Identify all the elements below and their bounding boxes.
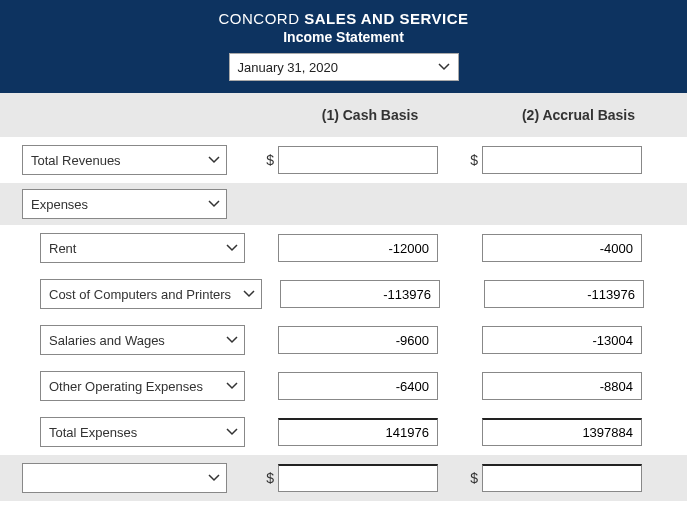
currency-symbol: $ bbox=[464, 152, 482, 168]
row-final: $ $ bbox=[0, 455, 687, 501]
input-other-cash[interactable] bbox=[278, 372, 438, 400]
input-total-expenses-accrual[interactable] bbox=[482, 418, 642, 446]
input-total-revenues-cash[interactable] bbox=[278, 146, 438, 174]
row-computers: Cost of Computers and Printers bbox=[0, 271, 687, 317]
row-salaries: Salaries and Wages bbox=[0, 317, 687, 363]
select-total-revenues[interactable]: Total Revenues bbox=[22, 145, 227, 175]
company-name: CONCORD SALES AND SERVICE bbox=[0, 10, 687, 27]
select-label: Other Operating Expenses bbox=[49, 379, 203, 394]
chevron-down-icon bbox=[438, 61, 450, 73]
select-label: Cost of Computers and Printers bbox=[49, 287, 231, 302]
row-rent: Rent bbox=[0, 225, 687, 271]
row-total-revenues: Total Revenues $ $ bbox=[0, 137, 687, 183]
select-other-expenses[interactable]: Other Operating Expenses bbox=[40, 371, 245, 401]
select-expenses[interactable]: Expenses bbox=[22, 189, 227, 219]
select-salaries[interactable]: Salaries and Wages bbox=[40, 325, 245, 355]
input-final-cash[interactable] bbox=[278, 464, 438, 492]
select-rent[interactable]: Rent bbox=[40, 233, 245, 263]
company-name-prefix: CONCORD bbox=[218, 10, 304, 27]
select-computers[interactable]: Cost of Computers and Printers bbox=[40, 279, 262, 309]
input-final-accrual[interactable] bbox=[482, 464, 642, 492]
input-salaries-accrual[interactable] bbox=[482, 326, 642, 354]
input-total-expenses-cash[interactable] bbox=[278, 418, 438, 446]
input-salaries-cash[interactable] bbox=[278, 326, 438, 354]
chevron-down-icon bbox=[208, 154, 220, 166]
select-label: Total Revenues bbox=[31, 153, 121, 168]
column-header-cash: (1) Cash Basis bbox=[270, 107, 470, 123]
currency-symbol: $ bbox=[260, 470, 278, 486]
column-headers: (1) Cash Basis (2) Accrual Basis bbox=[0, 93, 687, 137]
date-select-value: January 31, 2020 bbox=[238, 60, 338, 75]
header-banner: CONCORD SALES AND SERVICE Income Stateme… bbox=[0, 0, 687, 93]
chevron-down-icon bbox=[226, 334, 238, 346]
column-header-accrual: (2) Accrual Basis bbox=[470, 107, 687, 123]
select-final[interactable] bbox=[22, 463, 227, 493]
date-select[interactable]: January 31, 2020 bbox=[229, 53, 459, 81]
select-label: Expenses bbox=[31, 197, 88, 212]
statement-title: Income Statement bbox=[0, 29, 687, 45]
select-label: Salaries and Wages bbox=[49, 333, 165, 348]
income-statement: CONCORD SALES AND SERVICE Income Stateme… bbox=[0, 0, 687, 501]
chevron-down-icon bbox=[226, 242, 238, 254]
input-other-accrual[interactable] bbox=[482, 372, 642, 400]
currency-symbol: $ bbox=[464, 470, 482, 486]
input-computers-cash[interactable] bbox=[280, 280, 440, 308]
select-label: Total Expenses bbox=[49, 425, 137, 440]
input-rent-cash[interactable] bbox=[278, 234, 438, 262]
select-total-expenses[interactable]: Total Expenses bbox=[40, 417, 245, 447]
chevron-down-icon bbox=[226, 426, 238, 438]
row-total-expenses: Total Expenses bbox=[0, 409, 687, 455]
input-rent-accrual[interactable] bbox=[482, 234, 642, 262]
company-name-bold: SALES AND SERVICE bbox=[304, 10, 468, 27]
chevron-down-icon bbox=[226, 380, 238, 392]
row-other-expenses: Other Operating Expenses bbox=[0, 363, 687, 409]
chevron-down-icon bbox=[208, 198, 220, 210]
select-label: Rent bbox=[49, 241, 76, 256]
chevron-down-icon bbox=[208, 472, 220, 484]
row-expenses-header: Expenses bbox=[0, 183, 687, 225]
input-total-revenues-accrual[interactable] bbox=[482, 146, 642, 174]
input-computers-accrual[interactable] bbox=[484, 280, 644, 308]
currency-symbol: $ bbox=[260, 152, 278, 168]
chevron-down-icon bbox=[243, 288, 255, 300]
